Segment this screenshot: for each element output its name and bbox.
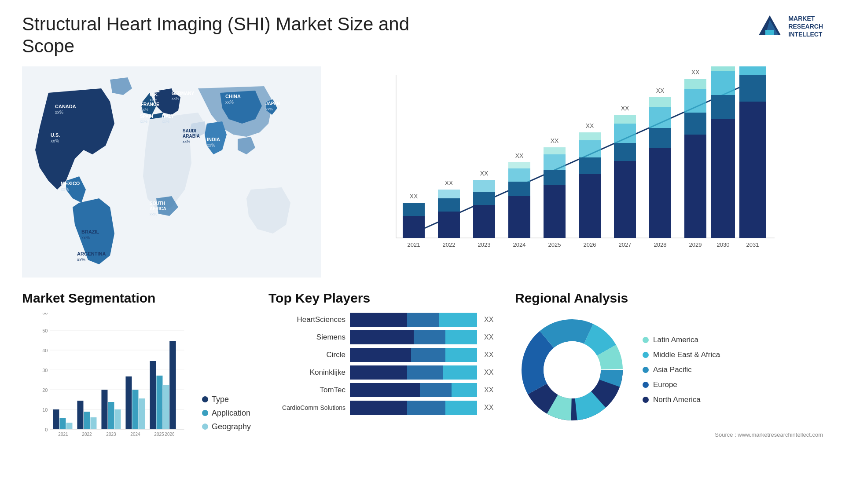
svg-rect-115: [53, 409, 59, 429]
svg-text:xx%: xx%: [207, 143, 215, 148]
logo-area: MARKET RESEARCH INTELLECT: [757, 13, 823, 40]
player-value: XX: [484, 369, 497, 376]
svg-rect-121: [90, 417, 96, 429]
svg-text:FRANCE: FRANCE: [141, 102, 159, 107]
svg-text:2027: 2027: [619, 241, 632, 248]
asia-pacific-label: Asia Pacific: [653, 365, 692, 374]
regional-legend: Latin America Middle East & Africa Asia …: [643, 336, 720, 404]
segmentation-title: Market Segmentation: [22, 291, 251, 306]
svg-rect-86: [684, 89, 706, 113]
svg-text:AFRICA: AFRICA: [150, 206, 166, 211]
svg-text:xx%: xx%: [81, 235, 90, 240]
bar-chart-container: XX 2021 XX 2022 XX 2023 XX: [339, 66, 823, 278]
players-section: Top Key Players HeartSciences XX Siemens: [268, 291, 497, 415]
svg-rect-129: [139, 398, 145, 429]
svg-rect-61: [544, 170, 566, 185]
svg-rect-128: [132, 390, 138, 429]
europe-label: Europe: [653, 380, 677, 389]
svg-text:xx%: xx%: [140, 119, 147, 124]
svg-rect-55: [508, 182, 530, 196]
svg-text:XX: XX: [410, 193, 418, 200]
svg-text:20: 20: [42, 387, 48, 393]
list-item: HeartSciences XX: [268, 313, 497, 327]
legend-application: Application: [202, 409, 251, 418]
bar-chart-svg: XX 2021 XX 2022 XX 2023 XX: [348, 66, 823, 278]
svg-text:CHINA: CHINA: [225, 94, 241, 99]
svg-text:xx%: xx%: [265, 107, 273, 111]
player-bar: [350, 401, 477, 415]
list-item: CardioComm Solutions XX: [268, 401, 497, 415]
svg-text:2029: 2029: [689, 241, 702, 248]
player-value: XX: [484, 316, 497, 324]
svg-rect-127: [125, 376, 132, 429]
svg-rect-73: [614, 143, 636, 161]
svg-text:2023: 2023: [106, 432, 116, 437]
legend-asia-pacific: Asia Pacific: [643, 365, 720, 374]
svg-rect-90: [711, 119, 735, 238]
logo-icon: [757, 13, 783, 40]
svg-rect-66: [579, 174, 601, 238]
player-bar: [350, 348, 477, 362]
svg-text:2022: 2022: [443, 241, 456, 248]
page-container: Structural Heart Imaging (SHI) Market Si…: [0, 0, 845, 504]
svg-text:xx%: xx%: [172, 96, 179, 101]
europe-dot: [643, 382, 649, 388]
list-item: TomTec XX: [268, 383, 497, 397]
bottom-section: Market Segmentation 0 10 20 30 40 5: [22, 291, 823, 445]
svg-text:2031: 2031: [746, 241, 759, 248]
svg-rect-133: [163, 385, 169, 429]
svg-text:INDIA: INDIA: [207, 137, 220, 142]
svg-text:2021: 2021: [58, 432, 68, 437]
svg-text:40: 40: [42, 348, 48, 353]
player-bar: [350, 383, 477, 397]
svg-text:XX: XX: [586, 122, 594, 129]
seg-bar-chart: 0 10 20 30 40 50 60: [22, 313, 197, 445]
svg-text:SPAIN: SPAIN: [140, 114, 153, 119]
svg-text:2026: 2026: [165, 432, 175, 437]
page-title: Structural Heart Imaging (SHI) Market Si…: [22, 13, 418, 58]
players-list: HeartSciences XX Siemens XX: [268, 313, 497, 415]
svg-text:xx%: xx%: [162, 119, 169, 124]
player-name: HeartSciences: [268, 315, 345, 324]
svg-text:U.S.: U.S.: [51, 132, 60, 138]
svg-rect-119: [77, 401, 83, 429]
svg-text:xx%: xx%: [183, 139, 190, 144]
svg-rect-45: [438, 198, 460, 212]
svg-text:SOUTH: SOUTH: [150, 201, 165, 206]
svg-rect-50: [473, 192, 495, 205]
svg-text:ARGENTINA: ARGENTINA: [77, 251, 106, 256]
svg-text:GERMANY: GERMANY: [172, 91, 194, 96]
application-label: Application: [212, 409, 250, 418]
list-item: Siemens XX: [268, 330, 497, 344]
svg-text:2021: 2021: [408, 241, 420, 248]
regional-title: Regional Analysis: [515, 291, 823, 306]
svg-rect-67: [579, 157, 601, 174]
svg-rect-98: [739, 66, 766, 75]
legend-type: Type: [202, 395, 251, 404]
svg-text:XX: XX: [551, 137, 559, 144]
svg-rect-62: [544, 154, 566, 170]
svg-rect-2: [765, 30, 774, 35]
geography-label: Geography: [212, 422, 251, 431]
geography-dot: [202, 424, 208, 430]
segmentation-section: Market Segmentation 0 10 20 30 40 5: [22, 291, 251, 445]
svg-rect-51: [473, 180, 495, 192]
svg-rect-136: [169, 341, 176, 429]
svg-rect-87: [684, 79, 706, 89]
legend-middle-east: Middle East & Africa: [643, 351, 720, 359]
svg-text:XX: XX: [656, 87, 665, 94]
svg-rect-97: [739, 75, 766, 102]
svg-text:xx%: xx%: [150, 212, 157, 216]
svg-rect-81: [649, 97, 671, 107]
latin-america-dot: [643, 337, 649, 343]
svg-text:2028: 2028: [654, 241, 667, 248]
type-label: Type: [212, 395, 229, 404]
svg-rect-46: [438, 190, 460, 198]
svg-text:10: 10: [42, 407, 48, 413]
svg-text:CANADA: CANADA: [55, 104, 76, 109]
svg-text:xx%: xx%: [225, 100, 234, 105]
seg-chart-svg: 0 10 20 30 40 50 60: [22, 313, 197, 445]
svg-rect-93: [711, 66, 735, 71]
svg-text:0: 0: [45, 427, 48, 432]
donut-chart: [515, 313, 629, 427]
